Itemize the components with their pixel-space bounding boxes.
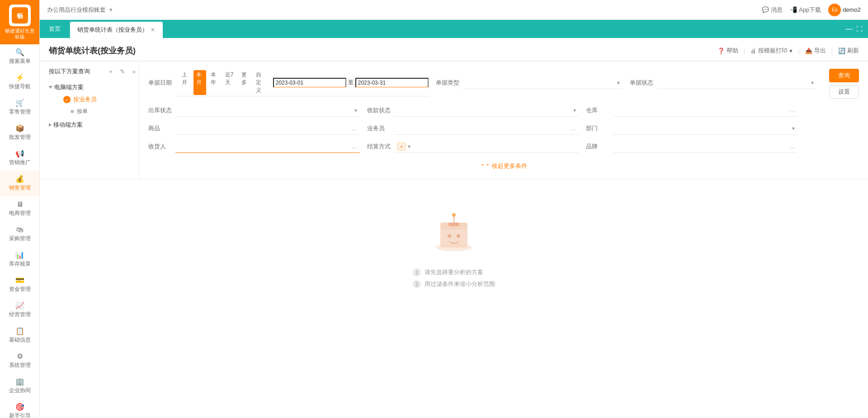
tab-maximize-icon[interactable]: ⛶ [856, 25, 863, 33]
filter-item-settlement: 结算方式 × ▾ [367, 140, 579, 153]
sidebar-item-wholesale[interactable]: 📦 批发管理 [0, 120, 39, 146]
active-scheme-dot: ✓ [63, 96, 71, 103]
svg-text:畅: 畅 [17, 12, 23, 19]
filter-row-3: 商品 … 业务员 … [148, 122, 859, 135]
message-icon: 💬 [762, 6, 769, 13]
doc-status-dropdown[interactable]: ▾ [657, 76, 816, 89]
sidebar-item-label: 基础信息 [9, 336, 31, 344]
sidebar-item-newbie[interactable]: 🎯 新手引导 [0, 399, 39, 418]
tip-num-1: 1 [413, 268, 421, 276]
empty-tip-2: 2 用过滤条件来缩小分析范围 [413, 280, 495, 288]
warehouse-picker[interactable]: … [613, 104, 797, 117]
tab-sales-stat[interactable]: 销货单统计表（按业务员） ✕ [70, 22, 163, 38]
sidebar-item-operations[interactable]: 📈 经营管理 [0, 298, 39, 323]
tab-minimize-icon[interactable]: — [845, 25, 853, 33]
sidebar-item-enterprise[interactable]: 🏢 企业协同 [0, 374, 39, 399]
collapse-scheme-button[interactable]: « [130, 67, 139, 76]
sidebar-item-label: 批发管理 [9, 133, 31, 141]
add-scheme-button[interactable]: + [106, 67, 115, 76]
this-year-btn[interactable]: 本年 [208, 70, 221, 95]
filter-left-actions: + ✎ « [106, 67, 139, 76]
sidebar-item-retail[interactable]: 🛒 零售管理 [0, 95, 39, 120]
sidebar-item-quicknav[interactable]: ⚡ 快捷导航 [0, 70, 39, 95]
user-area[interactable]: Ea demo2 [828, 4, 861, 16]
more-btn[interactable]: 更多 [239, 70, 251, 95]
scheme-item-by-order[interactable]: ≡ 按单 [54, 106, 139, 117]
filter-panel: 按以下方案查询 + ✎ « 电脑端方案 [40, 62, 868, 179]
print-dropdown-icon: ▾ [789, 48, 793, 54]
scheme-item-by-salesperson[interactable]: ✓ 按业务员 [54, 93, 139, 106]
filter-row-1: 单据日期 上月 本月 本年 近7天 更多 自定义 [148, 67, 859, 99]
doc-status-label: 单据状态 [630, 79, 657, 87]
outbound-status-dropdown[interactable]: ▾ [175, 104, 360, 117]
app-download-button[interactable]: 📲 App下载 [790, 6, 821, 14]
export-button[interactable]: 📤 导出 [805, 47, 826, 55]
date-from-input[interactable] [273, 78, 346, 87]
purchase-icon: 🛍 [16, 226, 24, 233]
sidebar-item-inventory[interactable]: 📊 库存核算 [0, 247, 39, 272]
consignee-label: 收货人 [148, 142, 175, 151]
filter-item-doc-status: 单据状态 ▾ [630, 76, 816, 89]
topbar-dropdown-icon[interactable]: ▾ [109, 6, 113, 13]
setting-button[interactable]: 设置 [829, 85, 859, 99]
scheme-group-mobile-header[interactable]: 移动端方案 [49, 119, 139, 131]
chevron-down-icon: ▾ [408, 143, 410, 150]
payment-status-dropdown[interactable]: ▾ [394, 104, 579, 117]
refresh-button[interactable]: 🔄 刷新 [838, 47, 859, 55]
dept-dropdown[interactable]: ▾ [613, 122, 797, 135]
dots-icon: … [352, 125, 357, 132]
sales-icon: 💰 [15, 176, 24, 183]
finance-icon: 💳 [15, 277, 24, 284]
warehouse-label: 仓库 [586, 106, 613, 114]
date-to-input[interactable] [355, 78, 429, 87]
settlement-dropdown[interactable]: × ▾ [394, 140, 579, 153]
sidebar-item-system[interactable]: ⚙ 系统管理 [0, 348, 39, 374]
logo-text: 畅捷通好生意 标版 [3, 28, 37, 40]
logo-icon: 畅 [9, 5, 31, 26]
topbar-title: 办公用品行业模拟账套 [47, 6, 106, 14]
message-button[interactable]: 💬 消息 [762, 6, 783, 14]
brand-picker[interactable]: … [613, 140, 797, 153]
refresh-icon: 🔄 [838, 48, 845, 54]
empty-illustration [427, 207, 481, 261]
sidebar-nav: 🔍 搜索菜单 ⚡ 快捷导航 🛒 零售管理 📦 批发管理 📢 营销推广 💰 销售管… [0, 44, 39, 418]
quicknav-icon: ⚡ [15, 74, 24, 81]
sidebar-item-label: 经营管理 [9, 311, 31, 318]
collapse-conditions-button[interactable]: ⌃⌃ 收起更多条件 [480, 162, 527, 170]
topbar-left: 办公用品行业模拟账套 ▾ [47, 6, 113, 14]
filter-left-header: 按以下方案查询 + ✎ « [49, 67, 139, 80]
scheme-group-mobile: 移动端方案 [49, 119, 139, 131]
edit-scheme-button[interactable]: ✎ [118, 67, 127, 76]
this-month-btn[interactable]: 本月 [193, 70, 206, 95]
inventory-icon: 📊 [15, 252, 24, 259]
doc-type-dropdown[interactable]: ▾ [463, 76, 623, 89]
salesperson-picker[interactable]: … [394, 122, 579, 135]
sidebar-item-finance[interactable]: 💳 资金管理 [0, 272, 39, 298]
date-input-range: 至 [273, 78, 429, 87]
query-button[interactable]: 查询 [829, 69, 859, 82]
sidebar-item-sales[interactable]: 💰 销售管理 [0, 171, 39, 196]
sidebar-item-basic[interactable]: 📋 基础信息 [0, 323, 39, 348]
scheme-group-desktop-header[interactable]: 电脑端方案 [49, 81, 139, 93]
dots-icon: … [352, 143, 357, 150]
consignee-picker[interactable]: … [175, 140, 360, 153]
svg-rect-5 [448, 223, 459, 226]
last-month-btn[interactable]: 上月 [179, 70, 192, 95]
sidebar-item-marketing[interactable]: 📢 营销推广 [0, 146, 39, 171]
retail-icon: 🛒 [15, 100, 24, 107]
print-button[interactable]: 🖨 按模板打印 ▾ [750, 47, 793, 55]
custom-btn[interactable]: 自定义 [253, 70, 269, 95]
sidebar-item-purchase[interactable]: 🛍 采购管理 [0, 222, 39, 247]
tab-home[interactable]: 首页 [40, 20, 70, 38]
tab-close-icon[interactable]: ✕ [151, 27, 155, 33]
user-name: demo2 [843, 6, 861, 13]
sidebar-item-ecommerce[interactable]: 🖥 电商管理 [0, 196, 39, 222]
product-picker[interactable]: … [175, 122, 360, 135]
sidebar-item-label: 库存核算 [9, 260, 31, 268]
sidebar-item-search[interactable]: 🔍 搜索菜单 [0, 44, 39, 70]
help-button[interactable]: ❓ 帮助 [717, 47, 738, 55]
doc-type-label: 单据类型 [436, 79, 463, 87]
settlement-tag-close[interactable]: × [400, 144, 403, 149]
tab-home-label: 首页 [49, 25, 61, 33]
last-7days-btn[interactable]: 近7天 [222, 70, 237, 95]
